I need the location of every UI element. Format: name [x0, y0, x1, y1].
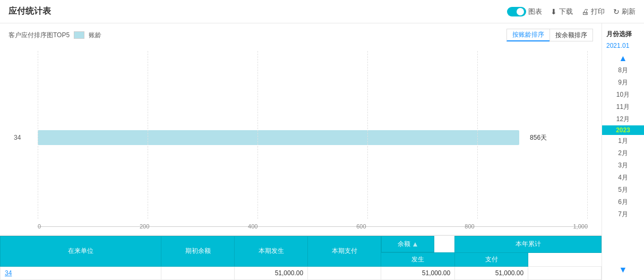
app-header: 应付统计表 图表 ⬇ 下载 🖨 打印 ↻ 刷新: [0, 0, 644, 23]
table-row: 34 51,000.00 51,000.00 51,000.00: [1, 267, 602, 280]
chart-legend-label: 客户应付排序图TOP5: [8, 31, 70, 40]
table-section: 在来单位 期初余额 本期发生 本期支付 余额 本年: [0, 235, 602, 281]
month-item-aug[interactable]: 8月: [602, 64, 644, 77]
main-content: 客户应付排序图TOP5 账龄 按账龄排序 按余额排序 34: [0, 23, 644, 280]
chart-label: 图表: [528, 7, 542, 16]
header-actions: 图表 ⬇ 下载 🖨 打印 ↻ 刷新: [507, 7, 636, 16]
month-item-apr[interactable]: 4月: [602, 172, 644, 184]
cell-unit: 34: [1, 267, 161, 280]
chart-x-labels: 0 200 400 600 800 1,000: [38, 223, 588, 230]
year-label-2023: 2023: [602, 125, 644, 135]
x-label-200: 200: [140, 223, 149, 230]
cell-balance: 51,000.00: [381, 267, 454, 280]
month-item-jul[interactable]: 7月: [602, 208, 644, 220]
bar-end-label: 856天: [530, 133, 547, 142]
cell-opening: [161, 267, 235, 280]
x-label-800: 800: [465, 223, 474, 230]
x-label-400: 400: [248, 223, 257, 230]
refresh-icon: ↻: [613, 7, 620, 16]
balance-sort-icon: [413, 242, 418, 247]
month-item-dec[interactable]: 12月: [602, 113, 644, 125]
table-wrapper: 在来单位 期初余额 本期发生 本期支付 余额 本年: [0, 236, 602, 281]
legend-box: [74, 31, 84, 39]
download-label: 下载: [559, 7, 573, 16]
chart-sort-buttons: 按账龄排序 按余额排序: [506, 29, 593, 41]
month-item-jan[interactable]: 1月: [602, 135, 644, 147]
print-label: 打印: [591, 7, 605, 16]
month-item-sep[interactable]: 9月: [602, 77, 644, 89]
x-label-600: 600: [356, 223, 366, 230]
chart-toggle[interactable]: [507, 7, 526, 16]
download-action[interactable]: ⬇ 下载: [551, 7, 573, 16]
month-item-oct[interactable]: 10月: [602, 89, 644, 101]
cell-ytd-pay: [528, 267, 602, 280]
refresh-label: 刷新: [622, 7, 636, 16]
scroll-up-btn[interactable]: ▲: [602, 53, 644, 64]
col-balance: 余额: [381, 236, 434, 252]
month-item-nov[interactable]: 11月: [602, 101, 644, 113]
chart-bar-wrapper: 856天: [38, 130, 561, 145]
col-opening: 期初余额: [161, 236, 235, 267]
sidebar-date[interactable]: 2021.01: [602, 41, 644, 50]
col-ytd-pay: 支付: [455, 253, 528, 267]
unit-link[interactable]: 34: [5, 269, 12, 277]
table-header-row1: 在来单位 期初余额 本期发生 本期支付 余额 本年: [1, 236, 602, 253]
cell-current-pay: [308, 267, 381, 280]
chart-y-label: 34: [14, 134, 21, 141]
col-current-pay: 本期支付: [308, 236, 381, 267]
month-list: 8月 9月 10月 11月 12月 2023 1月 2月 3月 4月 5月 6月…: [602, 64, 644, 264]
sidebar-header: 月份选择: [602, 28, 644, 41]
month-item-may[interactable]: 5月: [602, 184, 644, 196]
sort-by-amount-btn[interactable]: 按余额排序: [549, 29, 593, 41]
refresh-action[interactable]: ↻ 刷新: [613, 7, 636, 16]
month-item-jun[interactable]: 6月: [602, 196, 644, 208]
month-item-feb[interactable]: 2月: [602, 147, 644, 159]
col-current-occ: 本期发生: [235, 236, 308, 267]
chart-bar: 856天: [38, 130, 519, 145]
chart-legend: 客户应付排序图TOP5 账龄: [8, 31, 101, 40]
x-label-1000: 1,000: [573, 223, 588, 230]
cell-current-occ: 51,000.00: [235, 267, 308, 280]
month-item-mar[interactable]: 3月: [602, 159, 644, 172]
chart-section: 客户应付排序图TOP5 账龄 按账龄排序 按余额排序 34: [0, 23, 602, 280]
print-icon: 🖨: [581, 7, 589, 16]
download-icon: ⬇: [551, 7, 557, 16]
svg-marker-0: [413, 242, 417, 247]
scroll-down-btn[interactable]: ▼: [602, 264, 644, 276]
cell-ytd-occ: 51,000.00: [455, 267, 528, 280]
data-table: 在来单位 期初余额 本期发生 本期支付 余额 本年: [0, 236, 602, 281]
print-action[interactable]: 🖨 打印: [581, 7, 605, 16]
chart-area: 客户应付排序图TOP5 账龄 按账龄排序 按余额排序 34: [0, 23, 602, 235]
col-ytd-occ: 发生: [381, 253, 454, 267]
chart-toggle-action[interactable]: 图表: [507, 7, 542, 16]
chart-header: 客户应付排序图TOP5 账龄 按账龄排序 按余额排序: [8, 29, 593, 41]
col-unit: 在来单位: [1, 236, 161, 267]
sort-by-balance-btn[interactable]: 按账龄排序: [506, 29, 549, 41]
chart-body: 34 856天 0 200 400 600 800: [8, 46, 593, 230]
page-title: 应付统计表: [8, 6, 51, 17]
right-sidebar: 月份选择 2021.01 ▲ 8月 9月 10月 11月 12月 2023 1月…: [602, 23, 644, 280]
chart-legend-box-label: 账龄: [89, 31, 101, 40]
col-ytd: 本年累计: [455, 236, 602, 253]
x-label-0: 0: [38, 223, 41, 230]
